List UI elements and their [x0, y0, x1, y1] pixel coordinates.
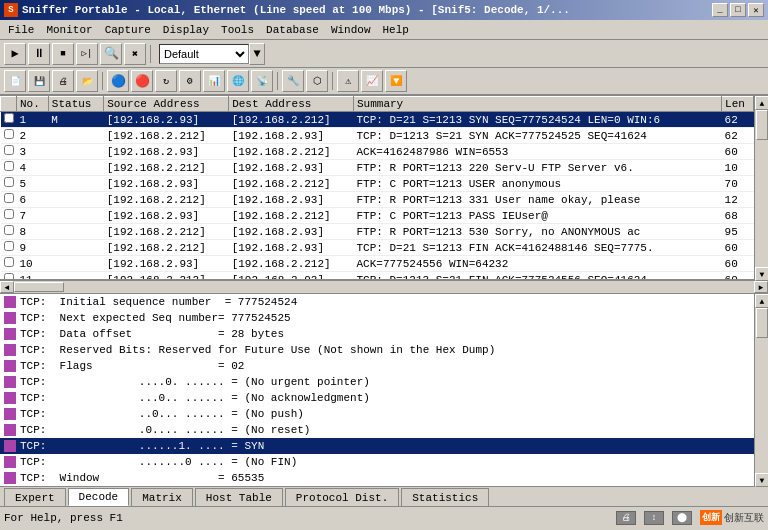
decode-button[interactable]: 🔧: [282, 70, 304, 92]
tab-host-table[interactable]: Host Table: [195, 488, 283, 506]
filter2-button[interactable]: 🔽: [385, 70, 407, 92]
title-bar: S Sniffer Portable - Local, Ethernet (Li…: [0, 0, 768, 20]
detail-row: TCP: Window = 65535: [0, 470, 754, 486]
zoom-in-button[interactable]: 🔵: [107, 70, 129, 92]
table-row[interactable]: 3 [192.168.2.93] [192.168.2.212] ACK=416…: [1, 144, 754, 160]
maximize-button[interactable]: □: [730, 3, 746, 17]
refresh-button[interactable]: ↻: [155, 70, 177, 92]
table-row[interactable]: 11 [192.168.2.212] [192.168.2.93] TCP: D…: [1, 272, 754, 282]
detail-scroll-thumb[interactable]: [756, 308, 768, 338]
row-checkbox[interactable]: [1, 176, 17, 192]
row-src: [192.168.2.93]: [104, 208, 229, 224]
row-len: 70: [722, 176, 754, 192]
tab-decode[interactable]: Decode: [68, 488, 130, 506]
open-button[interactable]: 📂: [76, 70, 98, 92]
row-checkbox[interactable]: [1, 208, 17, 224]
detail-scroll-down[interactable]: ▼: [755, 473, 768, 487]
print-button[interactable]: 🖨: [52, 70, 74, 92]
row-src: [192.168.2.93]: [104, 112, 229, 128]
save-button[interactable]: 💾: [28, 70, 50, 92]
hscroll-right-button[interactable]: ►: [754, 281, 768, 293]
menu-item-monitor[interactable]: Monitor: [40, 23, 98, 37]
row-status: [48, 160, 103, 176]
menu-item-file[interactable]: File: [2, 23, 40, 37]
title-bar-controls: _ □ ✕: [712, 3, 764, 17]
sep3: [277, 72, 278, 90]
row-no: 1: [17, 112, 49, 128]
packet-table-container[interactable]: No. Status Source Address Dest Address S…: [0, 96, 754, 281]
row-checkbox[interactable]: [1, 160, 17, 176]
play-button[interactable]: ▶: [4, 43, 26, 65]
table-row[interactable]: 7 [192.168.2.93] [192.168.2.212] FTP: C …: [1, 208, 754, 224]
tab-statistics[interactable]: Statistics: [401, 488, 489, 506]
table-row[interactable]: 1 M [192.168.2.93] [192.168.2.212] TCP: …: [1, 112, 754, 128]
detail-text: TCP: .......0 .... = (No FIN): [20, 456, 297, 468]
scroll-thumb[interactable]: [756, 110, 768, 140]
h-scrollbar[interactable]: ◄ ►: [0, 281, 768, 294]
clear-button[interactable]: ✖: [124, 43, 146, 65]
detail-text: TCP: Window = 65535: [20, 472, 264, 484]
menu-item-database[interactable]: Database: [260, 23, 325, 37]
filter-select[interactable]: Default: [159, 44, 249, 64]
config-button[interactable]: ⚙: [179, 70, 201, 92]
scroll-down-button[interactable]: ▼: [755, 267, 768, 281]
row-status: [48, 176, 103, 192]
step-button[interactable]: ▷|: [76, 43, 98, 65]
table-row[interactable]: 2 [192.168.2.212] [192.168.2.93] TCP: D=…: [1, 128, 754, 144]
row-checkbox[interactable]: [1, 224, 17, 240]
row-checkbox[interactable]: [1, 240, 17, 256]
chart-button[interactable]: 📊: [203, 70, 225, 92]
detail-text: TCP: Next expected Seq number= 777524525: [20, 312, 291, 324]
hscroll-thumb[interactable]: [14, 282, 64, 292]
table-row[interactable]: 9 [192.168.2.212] [192.168.2.93] TCP: D=…: [1, 240, 754, 256]
table-row[interactable]: 8 [192.168.2.212] [192.168.2.93] FTP: R …: [1, 224, 754, 240]
row-dst: [192.168.2.212]: [229, 208, 354, 224]
filter-dropdown-arrow[interactable]: ▼: [249, 43, 265, 65]
row-checkbox[interactable]: [1, 144, 17, 160]
detail-icon: [4, 296, 16, 308]
row-checkbox[interactable]: [1, 272, 17, 282]
packet-section: No. Status Source Address Dest Address S…: [0, 96, 768, 281]
tab-expert[interactable]: Expert: [4, 488, 66, 506]
menu-item-window[interactable]: Window: [325, 23, 377, 37]
row-checkbox[interactable]: [1, 256, 17, 272]
row-checkbox[interactable]: [1, 112, 17, 128]
alert-button[interactable]: ⚠: [337, 70, 359, 92]
table-row[interactable]: 4 [192.168.2.212] [192.168.2.93] FTP: R …: [1, 160, 754, 176]
row-summary: TCP: D=1213 S=21 FIN ACK=777524556 SEQ=4…: [353, 272, 721, 282]
tab-protocol-dist.[interactable]: Protocol Dist.: [285, 488, 399, 506]
row-checkbox[interactable]: [1, 192, 17, 208]
row-status: [48, 208, 103, 224]
menu-item-tools[interactable]: Tools: [215, 23, 260, 37]
probe-button[interactable]: 📡: [251, 70, 273, 92]
table-row[interactable]: 5 [192.168.2.93] [192.168.2.212] FTP: C …: [1, 176, 754, 192]
new-button[interactable]: 📄: [4, 70, 26, 92]
zoom-out-button[interactable]: 🔴: [131, 70, 153, 92]
stop-button[interactable]: ■: [52, 43, 74, 65]
row-checkbox[interactable]: [1, 128, 17, 144]
scroll-up-button[interactable]: ▲: [755, 96, 768, 110]
packet-vscroll[interactable]: ▲ ▼: [754, 96, 768, 281]
hscroll-left-button[interactable]: ◄: [0, 281, 14, 293]
table-row[interactable]: 10 [192.168.2.93] [192.168.2.212] ACK=77…: [1, 256, 754, 272]
close-button[interactable]: ✕: [748, 3, 764, 17]
table-row[interactable]: 6 [192.168.2.212] [192.168.2.93] FTP: R …: [1, 192, 754, 208]
hex-button[interactable]: ⬡: [306, 70, 328, 92]
menu-item-display[interactable]: Display: [157, 23, 215, 37]
detail-scroll-up[interactable]: ▲: [755, 294, 768, 308]
net-button[interactable]: 🌐: [227, 70, 249, 92]
pause-button[interactable]: ⏸: [28, 43, 50, 65]
detail-vscroll[interactable]: ▲ ▼: [754, 294, 768, 487]
row-len: 62: [722, 128, 754, 144]
menu-item-help[interactable]: Help: [377, 23, 415, 37]
row-len: 12: [722, 192, 754, 208]
menu-item-capture[interactable]: Capture: [99, 23, 157, 37]
stats-button[interactable]: 📈: [361, 70, 383, 92]
row-src: [192.168.2.212]: [104, 192, 229, 208]
row-len: 10: [722, 160, 754, 176]
tab-matrix[interactable]: Matrix: [131, 488, 193, 506]
search-button[interactable]: 🔍: [100, 43, 122, 65]
minimize-button[interactable]: _: [712, 3, 728, 17]
row-summary: TCP: D=21 S=1213 SYN SEQ=777524524 LEN=0…: [353, 112, 721, 128]
filter-dropdown[interactable]: Default ▼: [159, 43, 265, 65]
